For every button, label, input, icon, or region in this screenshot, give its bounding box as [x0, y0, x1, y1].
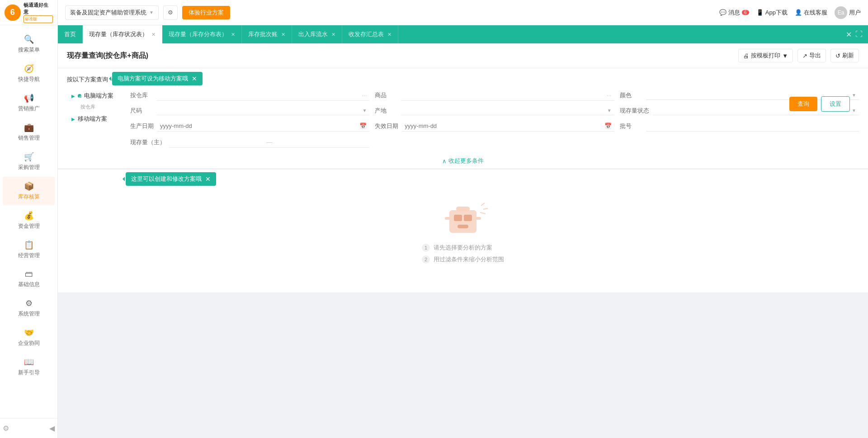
expire-date-input[interactable]	[405, 122, 602, 129]
newbie-icon: 📖	[24, 357, 34, 367]
refresh-button[interactable]: ↺ 刷新	[830, 49, 859, 62]
goods-input-wrapper[interactable]: ···	[401, 90, 614, 101]
tab-inventory-status[interactable]: 现存量（库存状况表） ✕	[83, 25, 162, 43]
message-label: 消息	[728, 9, 740, 17]
prod-date-input[interactable]	[160, 122, 358, 129]
message-action[interactable]: 💬 消息 6	[719, 9, 749, 17]
tab-inventory-dist[interactable]: 现存量（库存分布表） ✕	[162, 25, 242, 43]
message-icon: 💬	[719, 9, 726, 16]
app-download-action[interactable]: 📱 App下载	[756, 9, 788, 17]
scheme-sub-label: 按仓库	[80, 104, 126, 110]
settings-button[interactable]: ⚙	[163, 5, 178, 20]
tab-recv-summary-label: 收发存汇总表	[349, 30, 384, 38]
scheme-item-desktop[interactable]: ▶ 电脑端方案	[71, 90, 126, 102]
tab-inout-flow[interactable]: 出入库流水 ✕	[292, 25, 342, 43]
sidebar-item-sales[interactable]: 💼 销售管理	[3, 118, 55, 146]
user-action[interactable]: Ea 用户	[835, 6, 861, 19]
footer-collapse-icon[interactable]: ◀	[49, 424, 55, 433]
sidebar-item-label: 营销推广	[18, 105, 40, 113]
footer-settings-icon[interactable]: ⚙	[3, 424, 9, 433]
sidebar-item-search[interactable]: 🔍 搜索菜单	[3, 30, 55, 58]
top-header: 装备及固定资产辅助管理系统 ▼ ⚙ 体验行业方案 💬 消息 6 📱 App下载 …	[58, 0, 868, 25]
sidebar-item-inventory[interactable]: 📦 库存核算	[3, 177, 55, 205]
svg-rect-1	[454, 215, 462, 221]
empty-state: 1 请先选择要分析的方案 2 用过滤条件来缩小分析范围	[58, 170, 868, 292]
sidebar-logo: 6 畅通通好生意 标准版	[0, 0, 57, 25]
solution-button[interactable]: 体验行业方案	[182, 6, 230, 19]
sidebar-item-label: 新手引导	[18, 369, 40, 377]
tab-close-icon[interactable]: ✕	[331, 32, 335, 38]
collapse-row[interactable]: ∧ 收起更多条件	[67, 153, 859, 169]
prod-date-input-wrapper[interactable]: 📅	[157, 121, 369, 132]
color-select-arrow-icon: ▼	[852, 93, 856, 98]
color-label: 颜色	[620, 91, 642, 99]
tab-batch-ledger-label: 库存批次账	[248, 30, 278, 38]
scheme-edit-popover-close-icon[interactable]: ✕	[205, 175, 211, 183]
empty-illustration	[436, 197, 490, 242]
sidebar-item-basic[interactable]: 🗃 基础信息	[3, 265, 55, 293]
expire-date-label: 失效日期	[375, 122, 398, 130]
filter-header: 按以下方案查询 + ↺ ← 电脑方案可设为移动方案哦 ✕	[67, 75, 859, 85]
prod-date-calendar-icon[interactable]: 📅	[359, 122, 367, 129]
tab-batch-ledger[interactable]: 库存批次账 ✕	[242, 25, 292, 43]
scheme-arrow-icon-2: ▶	[71, 117, 75, 122]
tab-close-icon[interactable]: ✕	[151, 32, 156, 38]
svg-rect-6	[456, 207, 470, 211]
scheme-popover-close-icon[interactable]: ✕	[192, 75, 197, 82]
tab-bar: 首页 现存量（库存状况表） ✕ 现存量（库存分布表） ✕ 库存批次账 ✕ 出入库…	[58, 25, 868, 43]
batch-input[interactable]	[646, 121, 859, 132]
search-icon: 🔍	[24, 34, 34, 44]
print-button[interactable]: 🖨 按模板打印 ▼	[738, 49, 793, 62]
scheme-edit-popover-text: 这里可以创建和修改方案哦	[131, 175, 202, 183]
marketing-icon: 📢	[24, 93, 34, 103]
logo-text: 畅通通好生意 标准版	[24, 2, 53, 23]
sidebar-item-purchase[interactable]: 🛒 采购管理	[3, 147, 55, 176]
sidebar-item-system[interactable]: ⚙ 系统管理	[3, 294, 55, 322]
dot-indicator	[80, 96, 82, 98]
origin-select[interactable]: ▼	[401, 106, 614, 115]
tab-expand-icon[interactable]: ⛶	[855, 30, 863, 38]
step-2-text: 用过滤条件来缩小分析范围	[434, 254, 504, 265]
search-button[interactable]: 查询	[789, 97, 817, 111]
filter-row-2: 尺码 ▼ 产地 ▼	[130, 106, 859, 115]
filter-row-3: 生产日期 📅 失效日期 📅	[130, 121, 859, 132]
phone-icon: 📱	[756, 9, 764, 16]
origin-select-arrow-icon: ▼	[607, 108, 612, 113]
tab-close-icon[interactable]: ✕	[281, 32, 285, 38]
tab-recv-summary[interactable]: 收发存汇总表 ✕	[342, 25, 398, 43]
stock-qty-label: 现存量（主）	[130, 138, 165, 146]
size-select[interactable]: ▼	[156, 106, 369, 115]
filter-field-goods: 商品 ···	[375, 90, 614, 101]
stock-qty-min-input[interactable]	[169, 139, 264, 146]
warehouse-input-wrapper[interactable]: ···	[156, 90, 369, 101]
refresh-icon: ↺	[835, 52, 840, 59]
online-service-label: 在线客服	[804, 9, 827, 17]
scheme-item-mobile[interactable]: ▶ 移动端方案	[71, 113, 126, 125]
sidebar-item-guide[interactable]: 🧭 快捷导航	[3, 59, 55, 88]
svg-rect-0	[449, 210, 476, 233]
tab-close-all-icon[interactable]: ✕	[846, 30, 852, 39]
sidebar-item-enterprise[interactable]: 🤝 企业协同	[3, 323, 55, 352]
system-selector[interactable]: 装备及固定资产辅助管理系统 ▼	[65, 5, 159, 20]
online-service-action[interactable]: 👤 在线客服	[795, 9, 827, 17]
header-left: 装备及固定资产辅助管理系统 ▼ ⚙ 体验行业方案	[65, 5, 230, 20]
expire-date-calendar-icon[interactable]: 📅	[604, 122, 612, 129]
sidebar-item-operations[interactable]: 📋 经营管理	[3, 235, 55, 264]
sidebar-item-newbie[interactable]: 📖 新手引导	[3, 353, 55, 381]
tab-close-icon[interactable]: ✕	[387, 32, 392, 38]
tab-home[interactable]: 首页	[58, 25, 83, 43]
tab-close-icon[interactable]: ✕	[231, 32, 235, 38]
sidebar-item-finance[interactable]: 💰 资金管理	[3, 206, 55, 235]
export-button[interactable]: ↗ 导出	[797, 49, 826, 62]
filter-field-expire-date: 失效日期 📅	[375, 121, 614, 132]
finance-icon: 💰	[24, 211, 34, 221]
print-arrow-icon: ▼	[782, 52, 788, 59]
sidebar-item-marketing[interactable]: 📢 营销推广	[3, 89, 55, 117]
reset-button[interactable]: 设置	[821, 96, 850, 112]
page-header-actions: 🖨 按模板打印 ▼ ↗ 导出 ↺ 刷新	[738, 49, 859, 62]
sidebar-item-label: 资金管理	[18, 222, 40, 230]
header-right: 💬 消息 6 📱 App下载 👤 在线客服 Ea 用户	[719, 6, 861, 19]
expire-date-input-wrapper[interactable]: 📅	[402, 121, 614, 132]
sidebar-item-label: 系统管理	[18, 310, 40, 318]
stock-qty-max-input[interactable]	[275, 139, 369, 146]
